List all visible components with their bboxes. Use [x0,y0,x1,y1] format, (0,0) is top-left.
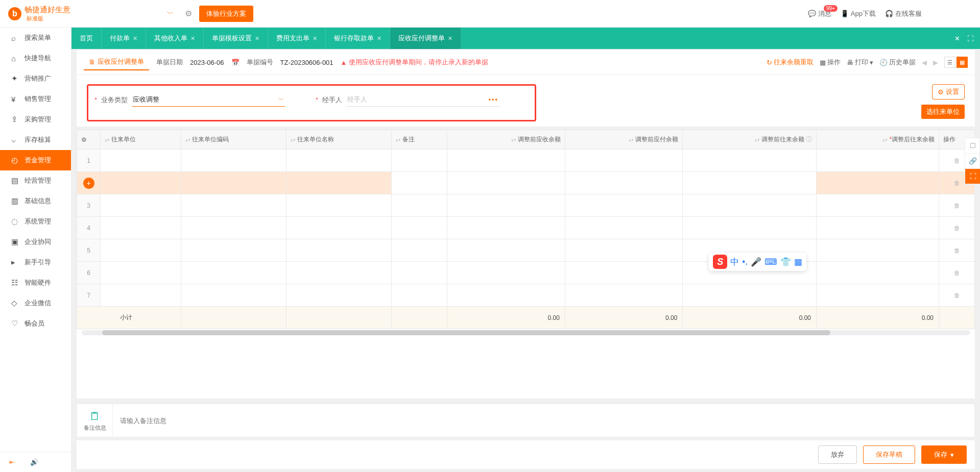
sidebar-item-basedata[interactable]: ▥基础信息 [0,191,71,211]
expand-tool-icon[interactable]: ⛶ [965,169,980,184]
view-list-icon[interactable]: ☰ [944,57,955,68]
sidebar-item-member[interactable]: ♡畅会员 [0,313,71,334]
col-unit-name[interactable]: ▴▾往来单位名称 [286,130,391,150]
sidebar-item-guide[interactable]: ▸新手引导 [0,252,71,272]
info-icon[interactable]: ⓘ [806,136,812,143]
delete-icon[interactable]: 🗑 [954,180,960,187]
operations-button[interactable]: ▦操作 [820,58,841,67]
delete-icon[interactable]: 🗑 [954,202,960,209]
tab-bank[interactable]: 银行存取款单✕ [326,28,390,49]
table-row[interactable]: 1🗑 [77,150,975,172]
ime-widget[interactable]: S 中 •, 🎤 ⌨ 👕 ▦ [709,253,806,271]
delete-icon[interactable]: 🗑 [954,157,960,164]
horizontal-scrollbar[interactable] [77,329,975,336]
close-icon[interactable]: ✕ [255,35,259,42]
tab-expense[interactable]: 费用支出单✕ [268,28,326,49]
collapse-icon[interactable]: ⇤ [9,458,15,466]
biz-type-select[interactable]: 应收调整 ﹀ [132,93,285,107]
table-row[interactable]: 5🗑 [77,239,975,262]
tab-otherincome[interactable]: 其他收入单✕ [146,28,204,49]
ime-mic-icon[interactable]: 🎤 [751,257,761,267]
sort-icon[interactable]: ▴▾ [185,139,190,141]
col-pre-pay[interactable]: ▴▾调整前应付余额 [565,130,683,150]
app-download-link[interactable]: 📱 App下载 [841,9,876,18]
col-post-bal[interactable]: ▴▾*调整后往来余额 [816,130,939,150]
tab-home[interactable]: 首页 [71,28,102,49]
gear-icon[interactable]: ⚙ [185,9,192,18]
select-unit-button[interactable]: 选往来单位 [921,105,965,119]
remark-input[interactable] [113,412,974,430]
delete-icon[interactable]: 🗑 [954,292,960,299]
document-type-tab[interactable]: 🗎 应收应付调整单 [84,54,149,70]
col-unit-code[interactable]: ▴▾往来单位编码 [181,130,286,150]
save-draft-button[interactable]: 保存草稿 [863,445,915,464]
prev-icon[interactable]: ◀ [922,59,927,66]
handler-input[interactable]: 经手人 ••• [346,93,499,107]
ime-punct-icon[interactable]: •, [742,257,748,267]
fullscreen-icon[interactable]: ⛶ [967,35,974,42]
sound-icon[interactable]: 🔊 [30,458,38,466]
sort-icon[interactable]: ▴▾ [511,139,516,141]
sort-icon[interactable]: ▴▾ [105,139,110,141]
settings-button[interactable]: ⚙设置 [932,84,965,100]
discard-button[interactable]: 放弃 [818,445,857,464]
table-row[interactable]: 7🗑 [77,284,975,307]
sidebar-item-collab[interactable]: ▣企业协同 [0,232,71,252]
sidebar-item-hardware[interactable]: ☷智能硬件 [0,272,71,293]
delete-icon[interactable]: 🗑 [954,269,960,277]
sort-icon[interactable]: ▴▾ [291,139,296,141]
ime-lang[interactable]: 中 [730,256,739,268]
close-icon[interactable]: ✕ [448,35,452,42]
close-icon[interactable]: ✕ [313,35,317,42]
add-row-button[interactable]: + [77,172,101,194]
sidebar-item-funds[interactable]: ◴资金管理 [0,150,71,170]
sidebar-item-sales[interactable]: ¥销售管理 [0,89,71,109]
sidebar-item-system[interactable]: ◌系统管理 [0,211,71,232]
attach-tool-icon[interactable]: 🔗 [965,154,980,169]
save-button[interactable]: 保存▾ [921,445,967,464]
sidebar-item-quicknav[interactable]: ⌂快捷导航 [0,48,71,68]
close-icon[interactable]: ✕ [190,35,195,42]
reget-balance-button[interactable]: ↻往来余额重取 [767,58,814,67]
close-icon[interactable]: ✕ [377,35,381,42]
messages-link[interactable]: 💬 消息 99+ [808,9,831,18]
tab-close-all-icon[interactable]: ✕ [954,35,960,42]
close-icon[interactable]: ✕ [133,35,137,42]
table-config-header[interactable]: ⚙ [77,130,101,150]
ime-tools-icon[interactable]: ▦ [794,257,802,267]
col-remark[interactable]: ▴▾备注 [392,130,447,150]
table-row[interactable]: 6🗑 [77,262,975,284]
sort-icon[interactable]: ▴▾ [629,139,634,141]
support-link[interactable]: 🎧 在线客服 [885,9,922,18]
calendar-icon[interactable]: 📅 [231,59,240,66]
sidebar-item-marketing[interactable]: ✦营销推广 [0,68,71,89]
next-icon[interactable]: ▶ [933,59,938,66]
experience-button[interactable]: 体验行业方案 [199,6,253,22]
sort-icon[interactable]: ▴▾ [882,139,888,141]
table-row[interactable]: +🗑 [77,172,975,194]
delete-icon[interactable]: 🗑 [954,247,960,254]
table-row[interactable]: 4🗑 [77,217,975,239]
history-button[interactable]: 🕘历史单据 [879,58,916,67]
view-grid-icon[interactable]: ▦ [957,57,968,68]
sidebar-item-purchase[interactable]: ⇪采购管理 [0,109,71,130]
tab-payment[interactable]: 付款单✕ [102,28,146,49]
ime-keyboard-icon[interactable]: ⌨ [764,257,777,267]
sort-icon[interactable]: ▴▾ [396,139,401,141]
note-tool-icon[interactable]: ☐ [965,138,980,154]
sidebar-item-wechat[interactable]: ◇企业微信 [0,293,71,313]
col-pre-bal[interactable]: ▴▾调整前往来余额 ⓘ [683,130,817,150]
print-button[interactable]: 🖶打印▾ [847,58,873,67]
sidebar-item-inventory[interactable]: ⌵库存核算 [0,130,71,150]
ime-skin-icon[interactable]: 👕 [780,257,791,267]
tab-adjustment[interactable]: 应收应付调整单✕ [390,28,461,49]
org-select[interactable]: ﹀ [86,6,178,21]
sidebar-item-search[interactable]: ⌕搜索菜单 [0,28,71,48]
col-unit[interactable]: ▴▾往来单位 [101,130,181,150]
tab-template[interactable]: 单据模板设置✕ [204,28,268,49]
sidebar-item-operations[interactable]: ▤经营管理 [0,170,71,191]
table-row[interactable]: 3🗑 [77,194,975,217]
delete-icon[interactable]: 🗑 [954,225,960,232]
more-icon[interactable]: ••• [488,96,498,104]
sort-icon[interactable]: ▴▾ [755,139,760,141]
